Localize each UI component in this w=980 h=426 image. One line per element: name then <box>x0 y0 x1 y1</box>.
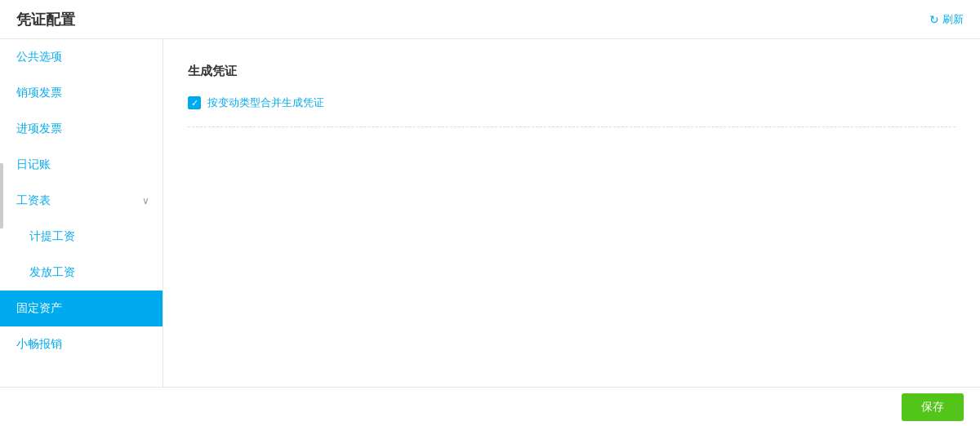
checkbox-label[interactable]: 按变动类型合并生成凭证 <box>207 95 324 110</box>
merge-checkbox[interactable]: ✓ <box>188 96 201 109</box>
header: 凭证配置 ↻ 刷新 <box>0 0 980 39</box>
main-content: 生成凭证 ✓ 按变动类型合并生成凭证 <box>163 39 980 387</box>
sidebar-item-label: 小畅报销 <box>16 337 62 352</box>
sidebar-item-journal[interactable]: 日记账 <box>0 147 163 183</box>
sidebar-item-label: 销项发票 <box>16 86 62 100</box>
left-edge-indicator <box>0 163 3 229</box>
check-icon: ✓ <box>191 99 198 108</box>
save-button[interactable]: 保存 <box>902 393 964 421</box>
footer: 保存 <box>0 387 980 426</box>
sidebar-item-label: 发放工资 <box>29 265 75 280</box>
sidebar-item-label: 工资表 <box>16 193 51 208</box>
sidebar-item-fixed-assets[interactable]: 固定资产 <box>0 291 163 326</box>
sidebar-item-public-options[interactable]: 公共选项 <box>0 39 163 75</box>
sidebar-item-label: 公共选项 <box>16 50 62 64</box>
sidebar-item-payroll-table[interactable]: 工资表∨ <box>0 183 163 219</box>
sidebar-item-expense-claim[interactable]: 小畅报销 <box>0 326 163 362</box>
sidebar: 公共选项销项发票进项发票日记账工资表∨计提工资发放工资固定资产小畅报销 <box>0 39 163 387</box>
sidebar-item-purchase-invoice[interactable]: 进项发票 <box>0 111 163 147</box>
main-layout: 公共选项销项发票进项发票日记账工资表∨计提工资发放工资固定资产小畅报销 生成凭证… <box>0 39 980 387</box>
section-title: 生成凭证 <box>188 64 956 79</box>
page-title: 凭证配置 <box>16 10 75 29</box>
sidebar-item-issue-salary[interactable]: 发放工资 <box>0 255 163 291</box>
refresh-icon: ↻ <box>929 13 939 26</box>
divider <box>188 126 956 127</box>
sidebar-item-label: 日记账 <box>16 158 51 172</box>
sidebar-item-commission-salary[interactable]: 计提工资 <box>0 219 163 255</box>
sidebar-item-label: 固定资产 <box>16 301 62 316</box>
refresh-button[interactable]: ↻ 刷新 <box>929 12 964 27</box>
sidebar-item-label: 进项发票 <box>16 122 62 136</box>
sidebar-item-label: 计提工资 <box>29 229 75 244</box>
checkbox-row: ✓ 按变动类型合并生成凭证 <box>188 95 956 110</box>
sidebar-item-sales-invoice[interactable]: 销项发票 <box>0 75 163 111</box>
chevron-down-icon: ∨ <box>142 195 149 206</box>
refresh-label: 刷新 <box>942 12 964 27</box>
